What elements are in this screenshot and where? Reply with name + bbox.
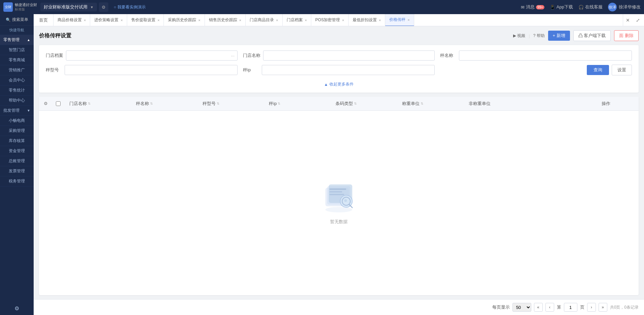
scale-name-input[interactable] xyxy=(459,50,632,61)
field-store-file: 门店档案 ··· xyxy=(46,50,238,61)
arrow-icon: ▲ xyxy=(27,38,30,42)
field-scale-name: 秤名称 xyxy=(440,50,632,61)
sidebar-item-marketing[interactable]: 营销推广 xyxy=(0,65,34,75)
user-info[interactable]: 徐泽 徐泽华修改 xyxy=(608,3,641,11)
th-weight-unit: 称重单位 ⇅ xyxy=(399,101,465,107)
sidebar: 🔍 搜索菜单 快捷导航 零售管理 ▲ 智慧门店 零售商城 营销推广 会员中心 零… xyxy=(0,14,34,315)
scale-ip-label: 秤ip xyxy=(243,67,259,73)
sort-icon-scale-model[interactable]: ⇅ xyxy=(217,102,219,105)
page-input[interactable] xyxy=(564,303,577,312)
tab-sale-history[interactable]: 销售历史价跟踪 × xyxy=(205,14,246,26)
prev-page-btn[interactable]: ‹ xyxy=(545,303,554,312)
store-file-input[interactable]: ··· xyxy=(66,50,238,61)
sidebar-item-retail[interactable]: 零售管理 ▲ xyxy=(0,35,34,45)
video-icon: ▶ xyxy=(513,33,516,38)
tab-price-strategy[interactable]: 商品价格设置 × xyxy=(53,14,90,26)
tab-close-store-file[interactable]: × xyxy=(305,18,307,22)
tab-close-sale-history[interactable]: × xyxy=(239,18,241,22)
th-checkbox xyxy=(52,101,66,106)
sidebar-item-smart-store[interactable]: 智慧门店 xyxy=(0,45,34,55)
svg-rect-6 xyxy=(329,194,344,195)
collapse-btn[interactable]: ▲ 收起更多条件 xyxy=(324,81,354,87)
sidebar-item-inventory[interactable]: 库存核算 xyxy=(0,136,34,146)
sidebar-quick-nav[interactable]: 快捷导航 xyxy=(0,26,34,35)
tab-close-purchase-history[interactable]: × xyxy=(198,18,200,22)
download-button[interactable]: 凸 客户端下载 xyxy=(573,30,611,41)
tab-maximize-btn[interactable]: ⤢ xyxy=(633,15,643,25)
sidebar-item-wholesale[interactable]: 批发管理 ▼ xyxy=(0,106,34,116)
sidebar-item-invoice[interactable]: 发票管理 xyxy=(0,166,34,176)
selector-settings-icon[interactable]: ⚙ xyxy=(99,2,108,12)
settings-button[interactable]: 设置 xyxy=(612,65,632,75)
tab-store-catalog[interactable]: 门店商品目录 × xyxy=(246,14,282,26)
tab-home[interactable]: 首页 xyxy=(34,14,53,26)
sidebar-search[interactable]: 🔍 搜索菜单 xyxy=(0,14,34,26)
th-settings: ⚙ xyxy=(39,100,52,107)
th-scale-ip: 秤ip ⇅ xyxy=(265,101,332,107)
content-area: 首页 商品价格设置 × 进价策略设置 × 售价提取设置 × 采购历史价跟踪 × … xyxy=(34,14,644,315)
tab-close-purchase-strategy[interactable]: × xyxy=(120,18,122,22)
tab-purchase-strategy[interactable]: 进价策略设置 × xyxy=(90,14,127,26)
sort-icon-store-name[interactable]: ⇅ xyxy=(88,102,91,105)
scale-ip-input[interactable] xyxy=(262,65,435,75)
delete-button[interactable]: 面 删除 xyxy=(614,30,639,41)
page-title: 价格传秤设置 xyxy=(39,32,71,39)
help-link[interactable]: ? 帮助 xyxy=(533,33,545,39)
tab-store-file[interactable]: 门店档案 × xyxy=(283,14,311,26)
tab-pos-manage[interactable]: POS加密管理 × xyxy=(311,14,349,26)
top-bar: 业财 畅捷通好业财 标准版 好业财标准版交付试用 ▼ ⚙ ○ 我要看实例演示 ✉… xyxy=(0,0,644,14)
demo-link[interactable]: ○ 我要看实例演示 xyxy=(114,4,146,10)
video-link[interactable]: ▶ 视频 xyxy=(513,33,525,39)
sidebar-item-general-ledger[interactable]: 总账管理 xyxy=(0,156,34,166)
tab-price-scale[interactable]: 价格传秤 × xyxy=(385,14,414,26)
page-content: 价格传秤设置 ▶ 视频 | ? 帮助 + 新增 凸 客户端下载 xyxy=(34,26,644,299)
table-settings-icon[interactable]: ⚙ xyxy=(42,100,49,107)
sidebar-item-help[interactable]: 帮助中心 xyxy=(0,96,34,106)
select-all-checkbox[interactable] xyxy=(56,101,61,106)
first-page-btn[interactable]: « xyxy=(534,303,543,312)
sidebar-item-mini-ecom[interactable]: 小畅电商 xyxy=(0,116,34,126)
app-download-btn[interactable]: 📱 App下载 xyxy=(550,4,573,10)
empty-state: 暂无数据 xyxy=(319,161,359,245)
page-header: 价格传秤设置 ▶ 视频 | ? 帮助 + 新增 凸 客户端下载 xyxy=(39,30,639,41)
tab-close-pos-manage[interactable]: × xyxy=(342,18,344,22)
add-button[interactable]: + 新增 xyxy=(548,31,570,41)
collapse-up-icon: ▲ xyxy=(324,82,328,87)
phone-icon: 📱 xyxy=(550,5,555,10)
table-header: ⚙ 门店名称 ⇅ 秤名称 ⇅ 秤型号 ⇅ xyxy=(39,97,639,111)
tab-close-price-strategy[interactable]: × xyxy=(84,18,86,22)
sidebar-item-finance[interactable]: 资金管理 xyxy=(0,146,34,156)
th-action: 操作 xyxy=(598,101,639,107)
sidebar-settings-btn[interactable]: ⚙ xyxy=(0,302,34,315)
tab-close-min-discount[interactable]: × xyxy=(379,18,381,22)
sidebar-item-purchase[interactable]: 采购管理 xyxy=(0,126,34,136)
scale-model-input[interactable] xyxy=(65,65,238,75)
page-actions: ▶ 视频 | ? 帮助 + 新增 凸 客户端下载 面 删除 xyxy=(513,30,639,41)
sort-icon-scale-ip[interactable]: ⇅ xyxy=(278,102,280,105)
selector-arrow-icon: ▼ xyxy=(90,5,94,9)
sidebar-item-tax[interactable]: 税务管理 xyxy=(0,176,34,186)
sort-icon-weight-unit[interactable]: ⇅ xyxy=(421,102,423,105)
tab-sale-extract[interactable]: 售价提取设置 × xyxy=(127,14,164,26)
per-page-select[interactable]: 10 20 50 100 xyxy=(512,303,531,312)
sidebar-item-ecommerce[interactable]: 零售商城 xyxy=(0,55,34,65)
svg-point-10 xyxy=(344,199,347,202)
tab-min-discount[interactable]: 最低折扣设置 × xyxy=(349,14,385,26)
edition-selector[interactable]: 好业财标准版交付试用 ▼ xyxy=(40,3,97,11)
next-page-btn[interactable]: › xyxy=(587,303,596,312)
tab-purchase-history[interactable]: 采购历史价跟踪 × xyxy=(164,14,205,26)
messages-btn[interactable]: ✉ 消息 99+ xyxy=(521,4,544,10)
sidebar-item-retail-stats[interactable]: 零售统计 xyxy=(0,85,34,96)
tab-close-sale-extract[interactable]: × xyxy=(157,18,159,22)
store-name-input[interactable] xyxy=(263,50,435,61)
tab-close-all-btn[interactable]: ✕ xyxy=(623,15,633,25)
tab-close-price-scale[interactable]: × xyxy=(407,18,409,22)
query-button[interactable]: 查询 xyxy=(587,65,609,75)
tab-close-store-catalog[interactable]: × xyxy=(276,18,278,22)
last-page-btn[interactable]: » xyxy=(599,303,607,312)
sort-icon-scale-name[interactable]: ⇅ xyxy=(150,102,153,105)
sort-icon-barcode-type[interactable]: ⇅ xyxy=(354,102,357,105)
sidebar-item-member[interactable]: 会员中心 xyxy=(0,75,34,85)
online-service-btn[interactable]: 🎧 在线客服 xyxy=(578,4,603,10)
store-name-label: 门店名称 xyxy=(243,53,260,59)
